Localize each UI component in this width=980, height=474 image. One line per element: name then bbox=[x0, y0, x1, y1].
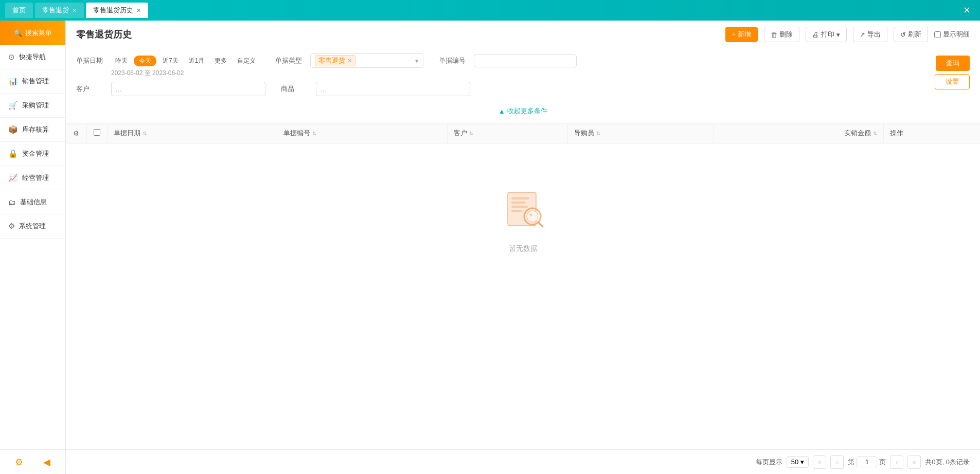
doc-no-input[interactable] bbox=[474, 54, 577, 67]
business-icon: 📈 bbox=[8, 173, 18, 183]
date-btn-today[interactable]: 今天 bbox=[134, 56, 156, 66]
basic-info-icon: 🗂 bbox=[8, 198, 16, 207]
date-btn-more[interactable]: 更多 bbox=[210, 56, 231, 66]
date-filter-buttons: 昨天 今天 近7天 近1月 更多 自定义 bbox=[111, 56, 260, 66]
new-button[interactable]: + 新增 bbox=[725, 27, 758, 42]
th-checkbox[interactable] bbox=[86, 123, 107, 143]
prev-page-button[interactable]: ‹ bbox=[830, 455, 844, 469]
filter-area: 单据日期 昨天 今天 近7天 近1月 更多 自定义 bbox=[76, 48, 970, 123]
th-customer[interactable]: 客户 ⇅ bbox=[448, 123, 568, 143]
th-guide[interactable]: 导购员 ⇅ bbox=[568, 123, 714, 143]
sidebar-search[interactable]: 🔍 搜索菜单 bbox=[0, 21, 65, 45]
doc-type-select[interactable]: 零售退货 ✕ ▾ bbox=[310, 53, 423, 68]
sidebar-item-sales[interactable]: 📊 销售管理 bbox=[0, 69, 65, 94]
sidebar-item-quick-nav[interactable]: ⊙ 快捷导航 bbox=[0, 45, 65, 69]
svg-line-7 bbox=[538, 222, 543, 227]
sort-guide-icon: ⇅ bbox=[596, 131, 600, 136]
sort-amount-icon: ⇅ bbox=[873, 131, 877, 136]
top-bar: 首页 零售退货 ✕ 零售退货历史 ✕ ✕ bbox=[0, 0, 980, 21]
refresh-icon: ↺ bbox=[900, 31, 906, 39]
filter-row-2: 客户 ... 商品 ... bbox=[76, 82, 924, 96]
customer-label: 客户 bbox=[76, 84, 107, 94]
date-btn-custom[interactable]: 自定义 bbox=[233, 56, 260, 66]
query-set-group: 查询 设置 bbox=[924, 53, 970, 89]
inventory-icon: 📦 bbox=[8, 125, 18, 134]
page-size-chevron-icon: ▾ bbox=[800, 458, 804, 466]
show-detail-checkbox-label[interactable]: 显示明细 bbox=[934, 30, 970, 39]
goods-select[interactable]: ... bbox=[316, 82, 470, 96]
table-header-row: ⚙ 单据日期 ⇅ 单据编号 bbox=[66, 123, 980, 143]
pagination-bar: 每页显示 50 ▾ « ‹ 第 页 › » 共0页, 0条记录 bbox=[66, 449, 980, 474]
select-all-checkbox[interactable] bbox=[94, 129, 100, 136]
th-amount[interactable]: 实销金额 ⇅ bbox=[713, 123, 883, 143]
tab-retail-return-history[interactable]: 零售退货历史 ✕ bbox=[86, 3, 148, 18]
sidebar-item-finance[interactable]: 🔒 资金管理 bbox=[0, 142, 65, 166]
doc-type-label: 单据类型 bbox=[275, 56, 306, 65]
tab-retail-return[interactable]: 零售退货 ✕ bbox=[35, 3, 84, 18]
doc-no-filter-group: 单据编号 bbox=[439, 54, 577, 67]
table-container: ⚙ 单据日期 ⇅ 单据编号 bbox=[66, 123, 980, 449]
svg-point-8 bbox=[529, 213, 532, 216]
svg-rect-3 bbox=[511, 206, 528, 208]
sidebar-bottom: ⚙ ◀ bbox=[0, 449, 65, 474]
set-button[interactable]: 设置 bbox=[935, 74, 970, 89]
date-btn-yesterday[interactable]: 昨天 bbox=[111, 56, 132, 66]
sidebar-item-inventory[interactable]: 📦 库存核算 bbox=[0, 118, 65, 142]
close-tab-retail-return-history[interactable]: ✕ bbox=[136, 7, 141, 14]
svg-rect-1 bbox=[511, 197, 529, 199]
toolbar: + 新增 🗑 删除 🖨 打印 ▾ ↗ 导出 bbox=[725, 27, 970, 42]
close-tab-retail-return[interactable]: ✕ bbox=[72, 7, 77, 14]
th-settings[interactable]: ⚙ bbox=[66, 123, 86, 143]
search-icon: 🔍 bbox=[14, 29, 22, 37]
filter-row-1: 单据日期 昨天 今天 近7天 近1月 更多 自定义 bbox=[76, 53, 924, 68]
page-size-label: 每页显示 bbox=[756, 458, 782, 467]
date-filter-label: 单据日期 bbox=[76, 56, 107, 65]
date-btn-7days[interactable]: 近7天 bbox=[158, 56, 183, 66]
export-icon: ↗ bbox=[860, 31, 865, 39]
page-number-input[interactable] bbox=[857, 457, 877, 467]
next-page-button[interactable]: › bbox=[890, 455, 903, 469]
main-layout: 🔍 搜索菜单 ⊙ 快捷导航 📊 销售管理 🛒 采购管理 📦 库存核算 🔒 资金管… bbox=[0, 21, 980, 474]
doc-type-tag-close[interactable]: ✕ bbox=[347, 58, 352, 64]
settings-bottom-icon[interactable]: ⚙ bbox=[15, 457, 23, 468]
sidebar-item-business[interactable]: 📈 经营管理 bbox=[0, 166, 65, 190]
show-detail-checkbox[interactable] bbox=[934, 31, 941, 38]
sidebar-item-system[interactable]: ⚙ 系统管理 bbox=[0, 214, 65, 239]
date-filter-group: 单据日期 昨天 今天 近7天 近1月 更多 自定义 bbox=[76, 56, 260, 66]
sidebar-item-purchase[interactable]: 🛒 采购管理 bbox=[0, 94, 65, 118]
collapse-sidebar-icon[interactable]: ◀ bbox=[43, 457, 50, 468]
filter-collapse-row: ▲ 收起更多条件 bbox=[76, 101, 970, 123]
finance-icon: 🔒 bbox=[8, 149, 18, 158]
date-btn-1month[interactable]: 近1月 bbox=[185, 56, 209, 66]
export-button[interactable]: ↗ 导出 bbox=[853, 27, 887, 42]
collapse-button[interactable]: ▲ 收起更多条件 bbox=[493, 104, 553, 118]
sort-docno-icon: ⇅ bbox=[312, 131, 316, 136]
customer-filter-group: 客户 ... bbox=[76, 82, 265, 96]
tab-home[interactable]: 首页 bbox=[5, 3, 33, 18]
svg-point-6 bbox=[527, 211, 538, 222]
window-close-button[interactable]: ✕ bbox=[959, 5, 975, 16]
th-date[interactable]: 单据日期 ⇅ bbox=[107, 123, 277, 143]
first-page-button[interactable]: « bbox=[813, 455, 826, 469]
goods-filter-group: 商品 ... bbox=[281, 82, 470, 96]
settings-column-icon[interactable]: ⚙ bbox=[73, 130, 79, 137]
page-total: 共0页, 0条记录 bbox=[925, 458, 970, 467]
svg-rect-2 bbox=[511, 202, 526, 204]
print-button[interactable]: 🖨 打印 ▾ bbox=[806, 27, 847, 42]
last-page-button[interactable]: » bbox=[907, 455, 921, 469]
date-range-display: 2023-06-02 至 2023-06-02 bbox=[111, 69, 184, 77]
refresh-button[interactable]: ↺ 刷新 bbox=[894, 27, 928, 42]
delete-button[interactable]: 🗑 删除 bbox=[764, 27, 799, 42]
empty-text: 暂无数据 bbox=[509, 244, 538, 253]
sidebar-item-basic-info[interactable]: 🗂 基础信息 bbox=[0, 190, 65, 214]
page-title: 零售退货历史 bbox=[76, 28, 132, 41]
query-button[interactable]: 查询 bbox=[936, 56, 970, 71]
page-input-group: 第 页 bbox=[848, 457, 886, 467]
th-action: 操作 bbox=[883, 123, 980, 143]
customer-select[interactable]: ... bbox=[111, 82, 265, 96]
th-doc-no[interactable]: 单据编号 ⇅ bbox=[277, 123, 448, 143]
system-icon: ⚙ bbox=[8, 222, 15, 231]
doc-type-chevron-icon: ▾ bbox=[415, 57, 419, 65]
page-size-select[interactable]: 50 ▾ bbox=[787, 456, 809, 468]
data-table: ⚙ 单据日期 ⇅ 单据编号 bbox=[66, 123, 980, 143]
